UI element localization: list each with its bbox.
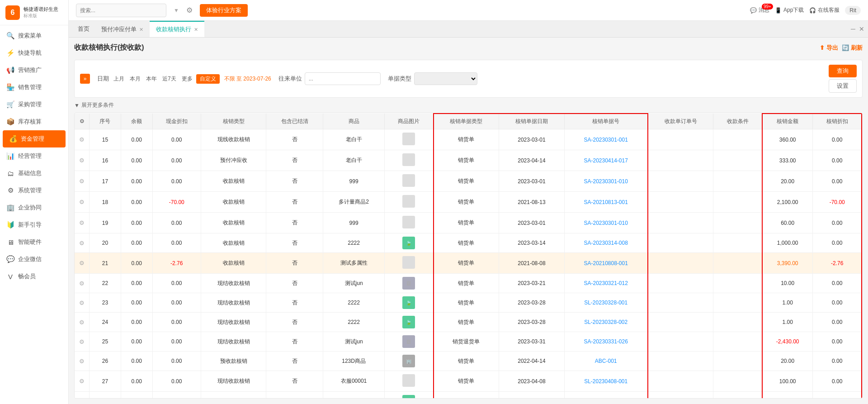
order-type-select[interactable]	[414, 72, 477, 85]
gear-icon[interactable]: ⚙	[186, 6, 193, 14]
online-service-item[interactable]: 🎧 在线客服	[809, 6, 840, 14]
table-cell-write_off_no[interactable]: SA-20230301-010	[564, 171, 648, 192]
company-input[interactable]	[305, 72, 381, 85]
sidebar-item-wechat[interactable]: 💬企业微信	[0, 251, 68, 268]
sidebar-item-guide[interactable]: 🔰新手引导	[0, 216, 68, 233]
settings-col-icon[interactable]: ⚙	[79, 136, 85, 143]
settings-col-icon[interactable]: ⚙	[79, 358, 85, 365]
expand-more-btn[interactable]: ▼ 展开更多条件	[74, 101, 863, 109]
settings-col-icon[interactable]: ⚙	[79, 219, 85, 226]
table-cell-cash_discount: -70.00	[152, 192, 201, 213]
sidebar-item-quick[interactable]: ⚡快捷导航	[0, 44, 68, 62]
sidebar-item-purchase[interactable]: 🛒采购管理	[0, 96, 68, 113]
table-cell-write_off_no[interactable]: SL-20230418-001	[564, 392, 648, 399]
table-cell-write_off_no[interactable]: SL-20230328-001	[564, 293, 648, 313]
filter-expand-button[interactable]: »	[80, 74, 90, 84]
message-item[interactable]: 💬 消息 99+	[750, 6, 769, 14]
settings-col-icon[interactable]: ⚙	[79, 280, 85, 287]
table-cell-verify_type: 预付冲应收	[201, 150, 266, 171]
table-cell-write_off_no[interactable]: ABC-001	[564, 352, 648, 371]
sidebar-item-system[interactable]: ⚙系统管理	[0, 182, 68, 199]
this-year-btn[interactable]: 本年	[144, 74, 159, 84]
sidebar-item-hardware[interactable]: 🖥智能硬件	[0, 233, 68, 251]
write-off-no-link[interactable]: SA-20210808-001	[584, 260, 627, 266]
sidebar-item-search[interactable]: 🔍搜索菜单	[0, 27, 68, 44]
table-cell-receipt_order_no	[648, 192, 713, 213]
write-off-no-link[interactable]: SA-20210813-001	[584, 199, 627, 205]
solution-button[interactable]: 体验行业方案	[200, 4, 248, 17]
tab-close-prepay[interactable]: ✕	[139, 27, 143, 33]
settings-col-icon[interactable]: ⚙	[79, 398, 85, 399]
table-cell-write_off_no[interactable]: SA-20210808-001	[564, 253, 648, 274]
settings-col-icon[interactable]: ⚙	[79, 157, 85, 164]
tab-prepay[interactable]: 预付冲应付单✕	[95, 21, 150, 37]
write-off-no-link[interactable]: SA-20230314-008	[584, 240, 627, 246]
last-7days-btn[interactable]: 近7天	[160, 74, 178, 84]
this-month-btn[interactable]: 本月	[128, 74, 142, 84]
settings-col-icon[interactable]: ⚙	[79, 378, 85, 385]
table-cell-write_off_amount: 2,100.00	[762, 192, 813, 213]
settings-col-icon[interactable]: ⚙	[79, 240, 85, 247]
table-cell-verify_type: 收款核销	[201, 171, 266, 192]
sidebar-item-basic[interactable]: 🗂基础信息	[0, 165, 68, 182]
write-off-no-link[interactable]: SA-20230331-026	[584, 338, 627, 345]
user-badge[interactable]: Rit	[845, 6, 861, 15]
settings-col-icon[interactable]: ⚙	[79, 299, 85, 306]
write-off-no-link[interactable]: SA-20230414-017	[584, 157, 627, 164]
tab-receipt[interactable]: 收款核销执行✕	[150, 21, 204, 37]
sidebar-item-corp[interactable]: 🏢企业协同	[0, 199, 68, 216]
write-off-no-link[interactable]: ABC-001	[595, 358, 617, 364]
tab-home[interactable]: 首页	[72, 21, 95, 37]
sidebar-item-sales[interactable]: 🏪销售管理	[0, 79, 68, 96]
tab-bar: 首页预付冲应付单✕收款核销执行✕─✕	[69, 21, 868, 38]
table-cell-balance: 0.00	[121, 392, 152, 399]
query-button[interactable]: 查询	[829, 65, 857, 77]
window-close-icon[interactable]: ✕	[859, 25, 864, 33]
table-cell-write_off_bill_type: 销货单	[434, 392, 499, 399]
table-cell-write_off_no[interactable]: SA-20230414-017	[564, 150, 648, 171]
refresh-button[interactable]: 🔄 刷新	[842, 44, 863, 52]
sidebar-item-member[interactable]: V畅会员	[0, 268, 68, 285]
table-cell-write_off_no[interactable]: SA-20210813-001	[564, 192, 648, 213]
export-button[interactable]: ⬆ 导出	[820, 44, 838, 52]
write-off-no-link[interactable]: SL-20230328-001	[584, 299, 627, 306]
app-download-item[interactable]: 📱 App下载	[775, 6, 804, 14]
table-cell-write_off_no[interactable]: SL-20230328-002	[564, 313, 648, 332]
write-off-no-link[interactable]: SL-20230418-001	[584, 398, 627, 399]
settings-button[interactable]: 设置	[829, 79, 857, 93]
last-month-btn[interactable]: 上月	[112, 74, 126, 84]
table-cell-write_off_no[interactable]: SL-20230408-001	[564, 371, 648, 392]
sidebar-item-finance[interactable]: 💰资金管理	[3, 130, 66, 147]
settings-col-icon[interactable]: ⚙	[79, 319, 85, 326]
topbar-dropdown-icon[interactable]: ▼	[174, 7, 179, 14]
sidebar-item-business[interactable]: 📊经营管理	[0, 147, 68, 165]
topbar-icons: 💬 消息 99+ 📱 App下载 🎧 在线客服 Rit	[750, 6, 861, 15]
sidebar-item-marketing[interactable]: 📢营销推广	[0, 62, 68, 79]
app-icon: 📱	[775, 7, 782, 14]
table-cell-product_img	[385, 213, 434, 233]
write-off-no-link[interactable]: SL-20230328-002	[584, 319, 627, 325]
table-cell-verify_type: 现结收款核销	[201, 313, 266, 332]
refresh-label: 刷新	[851, 44, 863, 52]
window-minimize-icon[interactable]: ─	[851, 25, 855, 33]
tab-close-receipt[interactable]: ✕	[194, 27, 198, 33]
write-off-no-link[interactable]: SA-20230301-010	[584, 220, 627, 226]
settings-col-icon[interactable]: ⚙	[79, 199, 85, 205]
write-off-no-link[interactable]: SA-20230301-001	[584, 137, 627, 143]
table-cell-write_off_no[interactable]: SA-20230331-026	[564, 332, 648, 352]
more-date-btn[interactable]: 更多	[180, 74, 194, 84]
table-row: ⚙280.000.00现结收款核销否2222🍃销货单2023-04-18SL-2…	[75, 392, 862, 399]
table-cell-write_off_no[interactable]: SA-20230301-001	[564, 129, 648, 150]
settings-col-icon[interactable]: ⚙	[79, 178, 85, 185]
table-cell-write_off_no[interactable]: SA-20230321-012	[564, 274, 648, 293]
settings-col-icon[interactable]: ⚙	[79, 260, 85, 266]
table-cell-write_off_no[interactable]: SA-20230314-008	[564, 233, 648, 253]
write-off-no-link[interactable]: SA-20230301-010	[584, 178, 627, 185]
custom-date-btn[interactable]: 自定义	[196, 74, 220, 84]
write-off-no-link[interactable]: SL-20230408-001	[584, 378, 627, 385]
table-cell-write_off_no[interactable]: SA-20230301-010	[564, 213, 648, 233]
search-input[interactable]	[76, 4, 166, 17]
settings-col-icon[interactable]: ⚙	[79, 338, 85, 345]
sidebar-item-inventory[interactable]: 📦库存核算	[0, 113, 68, 130]
write-off-no-link[interactable]: SA-20230321-012	[584, 280, 627, 286]
